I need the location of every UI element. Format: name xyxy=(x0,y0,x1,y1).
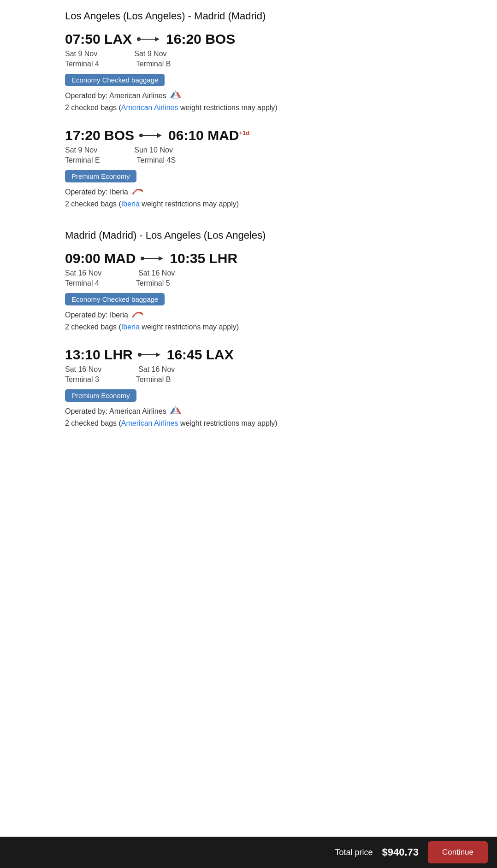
section-title-1: Madrid (Madrid) - Los Angeles (Los Angel… xyxy=(55,219,442,246)
arrival-terminal: Terminal 5 xyxy=(136,279,170,287)
svg-point-13 xyxy=(138,353,142,357)
arrival-terminal: Terminal B xyxy=(136,375,171,384)
route-arrow-icon xyxy=(137,351,162,359)
iberia-logo xyxy=(131,186,145,198)
svg-marker-12 xyxy=(159,256,163,261)
flight-route-1-1: 13:10 LHR 16:45 LAX xyxy=(65,347,432,363)
bags-info: 2 checked bags (Iberia weight restrictio… xyxy=(65,323,432,331)
svg-marker-9 xyxy=(157,133,162,138)
dates-row-1-1: Sat 16 NovSat 16 Nov xyxy=(65,364,432,374)
fare-badge: Economy Checked baggage xyxy=(65,74,165,86)
operated-by: Operated by: American Airlines xyxy=(65,405,432,417)
airline-link[interactable]: American Airlines xyxy=(121,104,178,111)
departure-date: Sat 9 Nov xyxy=(65,146,97,154)
operated-by: Operated by: Iberia xyxy=(65,186,432,198)
dates-row-0-0: Sat 9 NovSat 9 Nov xyxy=(65,49,432,58)
operated-by: Operated by: American Airlines xyxy=(65,90,432,102)
arrival-terminal: Terminal 4S xyxy=(137,156,176,164)
departure-time: 09:00 MAD xyxy=(65,251,136,266)
departure-terminal: Terminal E xyxy=(65,156,100,164)
departure-terminal: Terminal 4 xyxy=(65,60,99,68)
iberia-logo xyxy=(131,309,145,321)
operated-by: Operated by: Iberia xyxy=(65,309,432,321)
arrival-time: 16:20 BOS xyxy=(166,31,235,47)
svg-marker-15 xyxy=(156,352,160,357)
departure-date: Sat 16 Nov xyxy=(65,365,101,374)
terminals-row-1-1: Terminal 3Terminal B xyxy=(65,375,432,384)
section-title-0: Los Angeles (Los Angeles) - Madrid (Madr… xyxy=(55,0,442,27)
airline-link[interactable]: Iberia xyxy=(121,200,140,208)
dates-row-1-0: Sat 16 NovSat 16 Nov xyxy=(65,268,432,277)
route-arrow-icon xyxy=(136,35,161,43)
flight-segment-0-1: 17:20 BOS 06:10 MAD+1dSat 9 NovSun 10 No… xyxy=(55,123,442,219)
route-arrow-icon xyxy=(139,131,164,140)
departure-time: 13:10 LHR xyxy=(65,347,133,363)
svg-marker-2 xyxy=(155,37,160,41)
arrival-time: 06:10 MAD+1d xyxy=(168,128,249,143)
bags-info: 2 checked bags (Iberia weight restrictio… xyxy=(65,200,432,208)
svg-point-7 xyxy=(139,134,143,137)
fare-badge: Premium Economy xyxy=(65,389,136,402)
airline-link[interactable]: American Airlines xyxy=(121,419,178,427)
departure-date: Sat 9 Nov xyxy=(65,50,97,58)
flight-segment-1-1: 13:10 LHR 16:45 LAXSat 16 NovSat 16 NovT… xyxy=(55,342,442,439)
route-arrow-icon xyxy=(140,254,165,263)
aa-logo xyxy=(169,405,182,417)
arrival-time: 16:45 LAX xyxy=(167,347,234,363)
flight-route-1-0: 09:00 MAD 10:35 LHR xyxy=(65,251,432,266)
arrival-date: Sun 10 Nov xyxy=(134,146,173,154)
departure-time: 07:50 LAX xyxy=(65,31,132,47)
terminals-row-0-0: Terminal 4Terminal B xyxy=(65,59,432,68)
flight-segment-1-0: 09:00 MAD 10:35 LHRSat 16 NovSat 16 NovT… xyxy=(55,246,442,342)
flight-segment-0-0: 07:50 LAX 16:20 BOSSat 9 NovSat 9 NovTer… xyxy=(55,27,442,123)
terminals-row-1-0: Terminal 4Terminal 5 xyxy=(65,278,432,287)
terminals-row-0-1: Terminal ETerminal 4S xyxy=(65,155,432,164)
aa-logo xyxy=(169,90,182,102)
operated-by-text: Operated by: American Airlines xyxy=(65,92,166,100)
arrival-terminal: Terminal B xyxy=(136,60,171,68)
operated-by-text: Operated by: Iberia xyxy=(65,188,128,196)
arrival-date: Sat 16 Nov xyxy=(138,269,175,277)
fare-badge: Economy Checked baggage xyxy=(65,293,165,305)
flight-route-0-0: 07:50 LAX 16:20 BOS xyxy=(65,31,432,47)
plus-days-badge: +1d xyxy=(239,129,249,136)
bags-info: 2 checked bags (American Airlines weight… xyxy=(65,104,432,112)
arrival-time: 10:35 LHR xyxy=(170,251,237,266)
departure-terminal: Terminal 3 xyxy=(65,375,99,384)
svg-point-10 xyxy=(141,257,144,260)
svg-point-0 xyxy=(137,37,141,41)
departure-date: Sat 16 Nov xyxy=(65,269,101,277)
fare-badge: Premium Economy xyxy=(65,170,136,182)
operated-by-text: Operated by: Iberia xyxy=(65,311,128,319)
bags-info: 2 checked bags (American Airlines weight… xyxy=(65,419,432,428)
arrival-date: Sat 16 Nov xyxy=(138,365,175,374)
flight-route-0-1: 17:20 BOS 06:10 MAD+1d xyxy=(65,128,432,143)
operated-by-text: Operated by: American Airlines xyxy=(65,407,166,416)
dates-row-0-1: Sat 9 NovSun 10 Nov xyxy=(65,145,432,154)
airline-link[interactable]: Iberia xyxy=(121,323,140,331)
departure-time: 17:20 BOS xyxy=(65,128,134,143)
arrival-date: Sat 9 Nov xyxy=(134,50,166,58)
departure-terminal: Terminal 4 xyxy=(65,279,99,287)
